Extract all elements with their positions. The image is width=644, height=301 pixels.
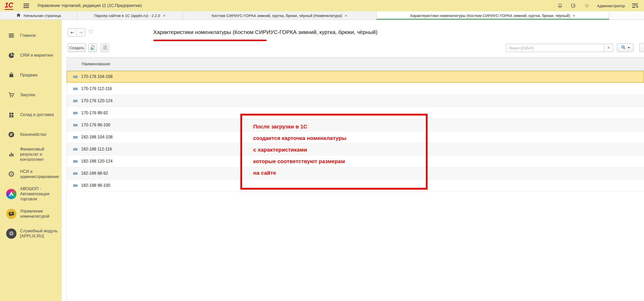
characteristic-icon bbox=[73, 100, 78, 102]
history-icon[interactable] bbox=[570, 3, 577, 9]
annotation-underline bbox=[153, 40, 267, 41]
document-add-icon bbox=[90, 45, 96, 51]
row-label: 170-176 88-92 bbox=[81, 111, 108, 115]
main-menu-icon[interactable] bbox=[23, 4, 29, 8]
characteristic-icon bbox=[73, 160, 78, 163]
row-label: 182-188 96-100 bbox=[81, 183, 110, 188]
favorite-star-icon[interactable]: ☆ bbox=[88, 28, 94, 35]
list-document-icon bbox=[102, 45, 108, 51]
search-clear-button[interactable]: × bbox=[604, 44, 613, 52]
create-copy-button[interactable] bbox=[88, 43, 97, 52]
pie-chart-icon bbox=[6, 50, 16, 60]
avoshop-logo bbox=[6, 189, 16, 199]
shopping-bag-icon bbox=[6, 70, 16, 80]
tab-home-page[interactable]: Начальная страница bbox=[0, 11, 77, 20]
row-label: 182-188 120-124 bbox=[81, 159, 113, 164]
tab-bar: Начальная страница Парсер сайтов в 1С (a… bbox=[0, 11, 644, 20]
home-icon bbox=[16, 13, 21, 19]
sidebar-item-nsi-admin[interactable]: ⚙ НСИ и администрирование bbox=[0, 164, 62, 184]
search-options-button[interactable] bbox=[617, 43, 633, 52]
characteristic-icon bbox=[73, 184, 78, 187]
tab-label: Костюм СИРИУС-ГОРКА зимний, куртка, брюк… bbox=[211, 13, 342, 18]
tab-close-icon[interactable]: × bbox=[163, 13, 166, 18]
sidebar-item-treasury[interactable]: P Казначейство bbox=[0, 125, 62, 144]
tab-label: Парсер сайтов в 1С (applix.ru) - 2.2.0 bbox=[94, 13, 160, 18]
dropdown-caret-icon bbox=[628, 47, 630, 48]
page-title: Характеристики номенклатуры (Костюм СИРИ… bbox=[153, 29, 377, 35]
gear-icon: ⚙ bbox=[6, 169, 16, 179]
table-row[interactable]: 170-176 104-108 bbox=[67, 71, 644, 83]
characteristic-icon bbox=[73, 124, 78, 126]
sidebar-item-service-module[interactable]: ⚙ Служебный модуль [APPLIX.RU] bbox=[0, 224, 62, 243]
sidebar-item-crm[interactable]: CRM и маркетинг bbox=[0, 45, 62, 65]
search-icon bbox=[621, 45, 626, 51]
tab-close-icon[interactable]: × bbox=[344, 13, 348, 18]
shopping-cart-icon bbox=[6, 90, 16, 100]
characteristic-icon bbox=[73, 88, 78, 90]
table-row[interactable]: 170-176 112-116 bbox=[67, 83, 644, 95]
column-header-name[interactable]: Наименование bbox=[67, 58, 644, 71]
create-button[interactable]: Создать bbox=[68, 43, 86, 52]
titlebar: 1С Управление торговлей, редакция 11 (1С… bbox=[0, 0, 644, 11]
forward-button[interactable]: → bbox=[77, 29, 85, 36]
1c-logo: 1С bbox=[5, 2, 13, 10]
search-box: × bbox=[506, 44, 613, 52]
sidebar-item-finance[interactable]: Финансовый результат и контроллинг bbox=[0, 144, 62, 164]
service-module-logo: ⚙ bbox=[6, 228, 16, 239]
main-content: ← → ☆ Характеристики номенклатуры (Костю… bbox=[62, 20, 644, 301]
warehouse-icon bbox=[6, 110, 16, 120]
characteristics-list: Наименование 170-176 104-108 170-176 112… bbox=[66, 57, 644, 301]
sidebar-item-warehouse[interactable]: Склад и доставка bbox=[0, 105, 62, 125]
list-view-button[interactable] bbox=[101, 43, 109, 52]
titlebar-actions: ☆ Администратор bbox=[557, 3, 638, 9]
current-user-label: Администратор bbox=[597, 4, 625, 8]
sidebar-item-main[interactable]: Главное bbox=[0, 25, 62, 45]
table-row[interactable]: 182-188 96-100 bbox=[67, 180, 644, 192]
back-button[interactable]: ← bbox=[68, 29, 77, 36]
sidebar-item-sales[interactable]: Продажи bbox=[0, 65, 62, 85]
tab-nomenclature-card[interactable]: Костюм СИРИУС-ГОРКА зимний, куртка, брюк… bbox=[183, 11, 377, 20]
favorites-star-icon[interactable]: ☆ bbox=[584, 3, 590, 9]
row-label: 182-188 88-92 bbox=[81, 171, 108, 176]
tab-parser[interactable]: Парсер сайтов в 1С (applix.ru) - 2.2.0 × bbox=[77, 11, 183, 20]
service-menu-icon[interactable] bbox=[632, 4, 638, 8]
page-title-main: Характеристики номенклатуры bbox=[153, 29, 231, 35]
history-nav-group: ← → bbox=[68, 28, 85, 37]
row-label: 182-188 104-108 bbox=[81, 135, 113, 139]
characteristic-icon bbox=[73, 148, 78, 150]
app-window: 1С Управление торговлей, редакция 11 (1С… bbox=[0, 0, 644, 301]
sidebar-item-purchases[interactable]: Закупки bbox=[0, 85, 62, 105]
table-row[interactable]: 170-176 88-92 bbox=[67, 107, 644, 119]
tab-label: Начальная страница bbox=[23, 13, 61, 18]
row-label: 170-176 96-100 bbox=[81, 123, 110, 127]
row-label: 170-176 104-108 bbox=[81, 74, 113, 79]
nomenclature-logo bbox=[6, 209, 16, 219]
table-row[interactable]: 170-176 120-124 bbox=[67, 95, 644, 107]
bar-chart-icon bbox=[6, 149, 16, 160]
notifications-bell-icon[interactable] bbox=[557, 3, 563, 9]
row-label: 182-188 112-116 bbox=[81, 147, 112, 152]
svg-text:P: P bbox=[10, 132, 12, 136]
ruble-coin-icon: P bbox=[6, 129, 16, 140]
characteristic-icon bbox=[73, 112, 78, 114]
search-input[interactable] bbox=[506, 44, 604, 52]
sidebar-item-nomenclature-mgmt[interactable]: Управление номенклатурой bbox=[0, 204, 62, 224]
more-button-partial[interactable] bbox=[639, 43, 644, 52]
table-row[interactable]: 182-188 104-108 bbox=[67, 131, 644, 143]
tab-close-icon[interactable]: × bbox=[572, 13, 576, 18]
tab-label: Характеристики номенклатуры (Костюм СИРИ… bbox=[410, 13, 570, 18]
tab-characteristics[interactable]: Характеристики номенклатуры (Костюм СИРИ… bbox=[377, 11, 609, 20]
table-row[interactable]: 170-176 96-100 bbox=[67, 119, 644, 131]
row-label: 170-176 112-116 bbox=[81, 86, 112, 91]
page-title-suffix: (Костюм СИРИУС-ГОРКА зимний, куртка, брю… bbox=[231, 29, 377, 35]
characteristic-icon bbox=[73, 136, 78, 138]
table-row[interactable]: 182-188 120-124 bbox=[67, 155, 644, 167]
sidebar: Главное CRM и маркетинг Продажи Закупки … bbox=[0, 20, 62, 301]
table-row[interactable]: 182-188 88-92 bbox=[67, 167, 644, 180]
menu-icon bbox=[6, 30, 16, 41]
characteristic-icon bbox=[73, 76, 78, 78]
sidebar-item-avoshop[interactable]: АВОШОП - Автоматизация торговли bbox=[0, 184, 62, 204]
table-row[interactable]: 182-188 112-116 bbox=[67, 143, 644, 155]
app-title: Управление торговлей, редакция 11 (1С:Пр… bbox=[37, 3, 142, 8]
characteristic-icon bbox=[73, 172, 78, 175]
